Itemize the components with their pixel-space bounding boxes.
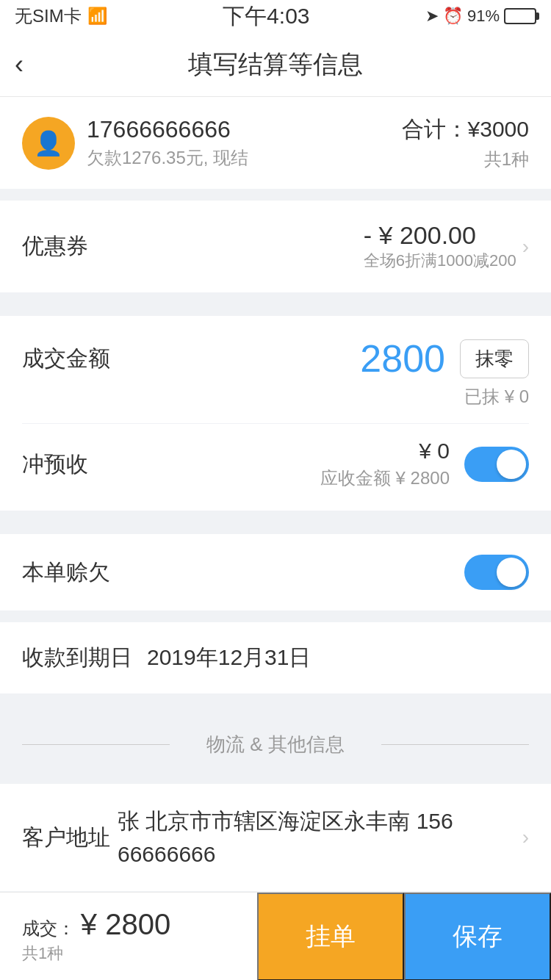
- customer-info-row: 👤 17666666666 欠款1276.35元, 现结 合计：¥3000 共1…: [0, 97, 551, 189]
- amount-section: 成交金额 2800 抹零 已抹 ¥ 0 冲预收 ¥ 0 应收金额 ¥ 2800: [0, 316, 551, 511]
- content-area: 👤 17666666666 欠款1276.35元, 现结 合计：¥3000 共1…: [0, 97, 551, 980]
- inner-divider: [22, 423, 529, 424]
- advance-row: 冲预收 ¥ 0 应收金额 ¥ 2800: [22, 439, 529, 490]
- logistics-text: 物流 & 其他信息: [206, 732, 345, 757]
- status-time: 下午4:03: [223, 1, 309, 32]
- status-left: 无SIM卡 📶: [15, 4, 107, 28]
- status-bar: 无SIM卡 📶 下午4:03 ➤ ⏰ 91%: [0, 0, 551, 32]
- customer-phone: 17666666666: [87, 116, 248, 143]
- save-button[interactable]: 保存: [404, 893, 551, 981]
- logistics-divider: 物流 & 其他信息: [0, 717, 551, 772]
- nav-bar: ‹ 填写结算等信息: [0, 32, 551, 97]
- debt-label: 本单赊欠: [22, 558, 110, 588]
- round-off-button[interactable]: 抹零: [460, 339, 529, 378]
- duedate-value: 2019年12月31日: [147, 643, 311, 673]
- debt-section: 本单赊欠: [0, 534, 551, 610]
- avatar: 👤: [22, 117, 75, 170]
- toggle-knob: [497, 450, 526, 479]
- total-count: 共1种: [402, 148, 529, 171]
- advance-values: ¥ 0 应收金额 ¥ 2800: [320, 439, 450, 490]
- bottom-bar: 成交： ¥ 2800 共1种 挂单 保存: [0, 892, 551, 980]
- battery-percent: 91%: [467, 7, 500, 26]
- coupon-desc: 全场6折满1000减200: [364, 250, 516, 272]
- address-chevron-icon: ›: [522, 826, 529, 849]
- advance-right: ¥ 0 应收金额 ¥ 2800: [320, 439, 529, 490]
- back-button[interactable]: ‹: [15, 49, 24, 80]
- duedate-row: 收款到期日 2019年12月31日: [22, 643, 529, 673]
- bottom-deal-label: 成交：: [22, 918, 75, 938]
- battery-icon: [504, 8, 536, 24]
- already-rounded: 已抹 ¥ 0: [22, 385, 529, 408]
- logistics-line-right: [381, 744, 529, 745]
- bottom-count: 共1种: [22, 943, 235, 965]
- customer-details: 17666666666 欠款1276.35元, 现结: [87, 116, 248, 170]
- coupon-info: - ¥ 200.00 全场6折满1000减200: [364, 221, 516, 272]
- customer-right: 合计：¥3000 共1种: [402, 115, 529, 171]
- customer-left: 👤 17666666666 欠款1276.35元, 现结: [22, 116, 248, 170]
- coupon-right: - ¥ 200.00 全场6折满1000减200 ›: [364, 221, 529, 272]
- coupon-amount: - ¥ 200.00: [364, 221, 516, 250]
- bottom-summary: 成交： ¥ 2800 共1种: [0, 908, 257, 965]
- advance-sub: 应收金额 ¥ 2800: [320, 466, 450, 490]
- carrier-text: 无SIM卡: [15, 4, 82, 28]
- section-separator-2: [0, 522, 551, 534]
- page-title: 填写结算等信息: [188, 48, 363, 82]
- address-section[interactable]: 客户地址 张 北京市市辖区海淀区永丰南 156 66666666 ›: [0, 784, 551, 891]
- alarm-icon: ⏰: [443, 7, 463, 26]
- duedate-section: 收款到期日 2019年12月31日: [0, 622, 551, 693]
- amount-right: 2800 抹零: [360, 336, 529, 381]
- coupon-row[interactable]: 优惠券 - ¥ 200.00 全场6折满1000减200 ›: [0, 201, 551, 292]
- avatar-icon: 👤: [34, 129, 63, 157]
- bottom-deal-amount: ¥ 2800: [81, 908, 170, 940]
- advance-amount: ¥ 0: [320, 439, 450, 464]
- duedate-label: 收款到期日: [22, 643, 132, 673]
- coupon-label: 优惠券: [22, 231, 88, 262]
- logistics-line-left: [22, 744, 170, 745]
- address-value: 张 北京市市辖区海淀区永丰南 156 66666666: [118, 804, 515, 871]
- section-separator-1: [0, 304, 551, 316]
- address-label: 客户地址: [22, 823, 118, 853]
- pending-button[interactable]: 挂单: [257, 893, 404, 981]
- coupon-chevron-icon: ›: [522, 235, 529, 259]
- bottom-deal-row: 成交： ¥ 2800: [22, 908, 235, 941]
- debt-toggle[interactable]: [464, 555, 529, 590]
- amount-row: 成交金额 2800 抹零: [22, 336, 529, 381]
- debt-toggle-knob: [497, 558, 526, 587]
- wifi-icon: 📶: [87, 7, 107, 26]
- advance-toggle[interactable]: [464, 447, 529, 482]
- section-separator-3: [0, 705, 551, 717]
- total-amount: 合计：¥3000: [402, 115, 529, 145]
- status-right: ➤ ⏰ 91%: [425, 7, 536, 26]
- advance-label: 冲预收: [22, 450, 88, 480]
- amount-value: 2800: [360, 336, 445, 381]
- location-icon: ➤: [425, 7, 439, 26]
- amount-label: 成交金额: [22, 344, 110, 374]
- customer-sub-info: 欠款1276.35元, 现结: [87, 146, 248, 170]
